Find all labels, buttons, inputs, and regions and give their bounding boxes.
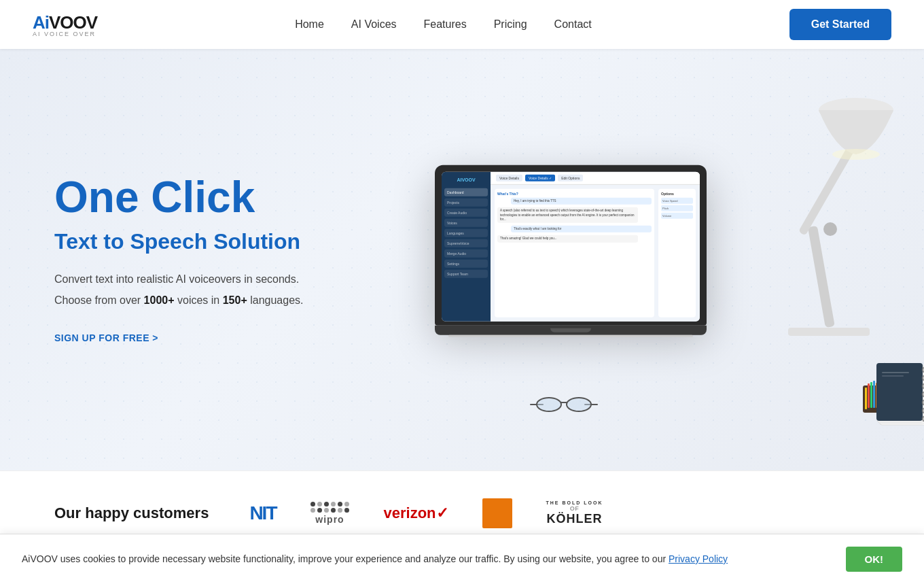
wipro-dots [310, 502, 350, 513]
sidebar-voices: Voices [444, 219, 488, 227]
app-logo: AIVOOV [444, 177, 488, 182]
verizon-logo: verizon✓ [384, 504, 448, 522]
nav-links: Home AI Voices Features Pricing Contact [295, 18, 592, 31]
sidebar-dashboard: Dashboard [444, 188, 488, 196]
app-main-area: Voice Details Voice Details ✓ Edit Optio… [491, 172, 700, 322]
hero-desc-2: Choose from over 1000+ voices in 150+ la… [54, 292, 303, 309]
hero-title: One Click [54, 175, 303, 220]
get-started-button[interactable]: Get Started [789, 9, 891, 40]
nav-contact[interactable]: Contact [554, 18, 592, 30]
svg-point-3 [823, 222, 837, 236]
voices-count: 1000+ [144, 294, 175, 306]
wipro-dot [338, 502, 342, 506]
sidebar-create: Create Audio [444, 209, 488, 217]
chat-msg-user-1: Hey, I am trying to find this TTS [511, 198, 652, 205]
panel-header: Options [661, 192, 693, 196]
logo-text: Ai VOOV AI VOICE OVER [33, 12, 97, 37]
svg-rect-1 [808, 226, 835, 328]
glasses-icon [530, 394, 598, 415]
nav-features[interactable]: Features [424, 18, 467, 30]
wipro-dot [344, 508, 349, 513]
wipro-text: wipro [315, 514, 344, 525]
kohler-logo: THE BOLD LOOK OF KÖHLER [546, 500, 603, 526]
app-topbar: Voice Details Voice Details ✓ Edit Optio… [491, 172, 700, 185]
hero-image-area: AIVOOV Dashboard Projects Create Audio V… [394, 49, 924, 470]
nit-logo: NIT [249, 502, 276, 524]
chat-msg-bot-1: A speech (also referred to as text to sp… [497, 207, 638, 223]
app-interface: AIVOOV Dashboard Projects Create Audio V… [442, 172, 700, 322]
wipro-dot [344, 502, 349, 506]
cookie-ok-button[interactable]: OK! [846, 547, 903, 555]
languages-count: 150+ [223, 294, 247, 306]
app-right-panel: Options Voice Speed Pitch Volume [658, 189, 696, 317]
desk-lamp-icon [720, 49, 924, 348]
svg-point-30 [567, 398, 591, 411]
sidebar-languages: Languages [444, 229, 488, 237]
verizon-text: verizon✓ [384, 504, 448, 521]
panel-item-3: Volume [661, 213, 693, 219]
notebook-icon [876, 362, 924, 430]
sidebar-supreme: SupremeVoice [444, 239, 488, 247]
chat-msg-user-2: That's exactly what I am looking for [511, 226, 652, 233]
nav-ai-voices[interactable]: AI Voices [351, 18, 397, 30]
hero-content: One Click Text to Speech Solution Conver… [0, 120, 357, 398]
wipro-dot [324, 502, 329, 506]
wipro-dot [338, 508, 342, 513]
svg-rect-18 [882, 372, 909, 373]
customers-label: Our happy customers [54, 504, 209, 523]
app-ui-preview: AIVOOV Dashboard Projects Create Audio V… [442, 172, 700, 322]
svg-rect-9 [868, 383, 870, 408]
svg-point-6 [832, 149, 880, 160]
hero-section: One Click Text to Speech Solution Conver… [0, 49, 924, 470]
wipro-dot [310, 508, 315, 513]
sidebar-settings: Settings [444, 260, 488, 268]
laptop-mockup: AIVOOV Dashboard Projects Create Audio V… [435, 165, 707, 337]
nav-pricing[interactable]: Pricing [494, 18, 527, 30]
wipro-dot [310, 502, 315, 506]
sidebar-merge: Merge Audio [444, 250, 488, 258]
app-body: What's This? Hey, I am trying to find th… [491, 185, 700, 322]
tab-3: Edit Options [558, 175, 583, 182]
kohler-of-text: OF [546, 505, 603, 512]
svg-point-29 [537, 398, 561, 411]
sidebar-projects: Projects [444, 199, 488, 207]
customer-logos: NIT wipro verizon✓ [249, 498, 870, 528]
svg-rect-8 [865, 388, 867, 409]
kohler-main-text: KÖHLER [546, 512, 603, 526]
svg-rect-11 [873, 381, 875, 408]
kohler-bold-text: THE BOLD LOOK [546, 500, 603, 505]
panel-item-2: Pitch [661, 205, 693, 211]
hero-subtitle: Text to Speech Solution [54, 229, 303, 254]
logo-tagline: AI VOICE OVER [33, 31, 97, 37]
svg-rect-0 [788, 328, 870, 336]
svg-rect-17 [876, 363, 923, 421]
hero-desc-1: Convert text into realistic AI voiceover… [54, 271, 303, 288]
laptop-screen: AIVOOV Dashboard Projects Create Audio V… [435, 165, 707, 326]
wipro-dot [317, 502, 322, 506]
orange-square-logo [482, 498, 512, 528]
privacy-policy-link[interactable]: Privacy Policy [669, 553, 728, 555]
cookie-banner: AiVOOV uses cookies to provide necessary… [0, 534, 924, 555]
wipro-dot [317, 508, 322, 513]
tab-1: Voice Details [496, 175, 522, 182]
svg-rect-19 [882, 375, 904, 377]
wipro-dot [324, 508, 329, 513]
tab-2: Voice Details ✓ [525, 175, 555, 182]
chat-header: What's This? [497, 192, 652, 196]
laptop-notch [550, 328, 591, 332]
logo-link[interactable]: Ai VOOV AI VOICE OVER [33, 12, 97, 37]
svg-rect-10 [870, 382, 872, 408]
panel-item-1: Voice Speed [661, 198, 693, 204]
cookie-text: AiVOOV uses cookies to provide necessary… [22, 552, 830, 555]
wipro-dot [331, 508, 336, 513]
app-chat: What's This? Hey, I am trying to find th… [495, 189, 654, 317]
wipro-dot [331, 502, 336, 506]
laptop-base [435, 326, 707, 335]
hero-cta-link[interactable]: SIGN UP FOR FREE > [54, 332, 158, 345]
laptop-foot [448, 335, 693, 337]
nav-home[interactable]: Home [295, 18, 324, 30]
sidebar-support: Support Team [444, 270, 488, 278]
navbar: Ai VOOV AI VOICE OVER Home AI Voices Fea… [0, 0, 924, 49]
wipro-logo: wipro [310, 502, 350, 525]
chat-msg-bot-2: That's amazing! Glad we could help you..… [497, 235, 638, 242]
